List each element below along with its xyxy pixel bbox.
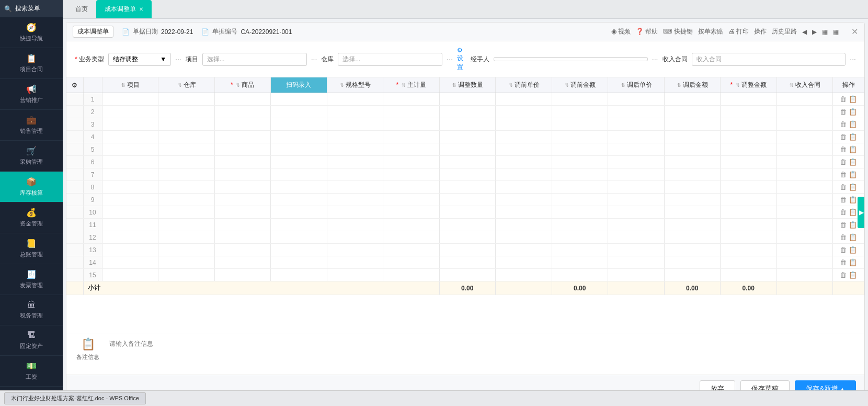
unit-cell[interactable] <box>383 219 440 231</box>
scan-cell[interactable] <box>271 143 327 156</box>
delete-icon[interactable]: 🗑 <box>840 208 847 216</box>
tab-cost-adjust[interactable]: 成本调整单 ✕ <box>96 0 152 18</box>
scan-cell[interactable] <box>271 244 327 256</box>
project-cell[interactable] <box>102 93 158 106</box>
goods-cell[interactable] <box>214 93 271 106</box>
new-price-cell[interactable] <box>608 256 665 269</box>
spec-cell[interactable] <box>327 269 383 281</box>
goods-cell[interactable] <box>214 244 271 256</box>
unit-cell[interactable] <box>383 244 440 256</box>
warehouse-cell[interactable] <box>158 156 215 168</box>
income-contract-cell[interactable] <box>776 206 833 219</box>
right-panel-toggle[interactable]: ▶ <box>858 197 865 228</box>
copy-icon[interactable]: 📋 <box>849 233 857 241</box>
taskbar-item[interactable]: 木门行业好业财处理方案-墓红红.doc - WPS Office <box>4 392 146 404</box>
adj-amount-cell[interactable] <box>721 231 777 244</box>
sidebar-item-sales-mgmt[interactable]: 💼销售管理 <box>0 110 63 141</box>
income-contract-cell[interactable] <box>776 168 833 181</box>
income-contract-more[interactable]: ··· <box>850 55 856 63</box>
warehouse-cell[interactable] <box>158 194 215 206</box>
prev-price-cell[interactable] <box>496 244 552 256</box>
notes-input[interactable] <box>107 337 856 356</box>
warehouse-cell[interactable] <box>158 244 215 256</box>
income-contract-cell[interactable] <box>776 231 833 244</box>
tab-cost-adjust-close[interactable]: ✕ <box>139 6 143 12</box>
new-price-cell[interactable] <box>608 219 665 231</box>
col-new-amount[interactable]: ⇅ 调后金额 <box>664 77 721 93</box>
adj-amount-cell[interactable] <box>721 156 777 168</box>
project-more[interactable]: ··· <box>311 55 317 63</box>
unit-cell[interactable] <box>383 156 440 168</box>
unit-cell[interactable] <box>383 118 440 131</box>
action-shortcut[interactable]: ⌨ 快捷键 <box>663 27 692 36</box>
goods-cell[interactable] <box>214 206 271 219</box>
prev-amount-cell[interactable] <box>552 181 608 194</box>
qty-cell[interactable] <box>439 206 496 219</box>
copy-icon[interactable]: 📋 <box>849 208 857 216</box>
delete-icon[interactable]: 🗑 <box>840 120 847 128</box>
project-cell[interactable] <box>102 168 158 181</box>
adj-amount-cell[interactable] <box>721 256 777 269</box>
action-history[interactable]: 历史里路 <box>772 27 797 36</box>
col-income-contract[interactable]: ⇅ 收入合同 <box>776 77 833 93</box>
project-cell[interactable] <box>102 143 158 156</box>
warehouse-cell[interactable] <box>158 181 215 194</box>
qty-cell[interactable] <box>439 269 496 281</box>
qty-cell[interactable] <box>439 118 496 131</box>
income-contract-cell[interactable] <box>776 256 833 269</box>
project-cell[interactable] <box>102 106 158 118</box>
goods-cell[interactable] <box>214 118 271 131</box>
unit-cell[interactable] <box>383 256 440 269</box>
goods-cell[interactable] <box>214 168 271 181</box>
spec-cell[interactable] <box>327 181 383 194</box>
new-price-cell[interactable] <box>608 106 665 118</box>
delete-icon[interactable]: 🗑 <box>840 158 847 166</box>
spec-cell[interactable] <box>327 106 383 118</box>
income-contract-cell[interactable] <box>776 131 833 143</box>
goods-cell[interactable] <box>214 106 271 118</box>
income-contract-cell[interactable] <box>776 244 833 256</box>
new-price-cell[interactable] <box>608 143 665 156</box>
new-amount-cell[interactable] <box>664 244 721 256</box>
col-warehouse[interactable]: ⇅ 仓库 <box>158 77 215 93</box>
action-ops[interactable]: 操作 <box>754 27 767 36</box>
goods-cell[interactable] <box>214 269 271 281</box>
prev-amount-cell[interactable] <box>552 244 608 256</box>
spec-cell[interactable] <box>327 168 383 181</box>
spec-cell[interactable] <box>327 219 383 231</box>
scan-cell[interactable] <box>271 206 327 219</box>
qty-cell[interactable] <box>439 219 496 231</box>
adj-amount-cell[interactable] <box>721 143 777 156</box>
income-contract-cell[interactable] <box>776 181 833 194</box>
sidebar-item-tax-mgmt[interactable]: 🏛税务管理 <box>0 295 63 325</box>
prev-price-cell[interactable] <box>496 194 552 206</box>
warehouse-cell[interactable] <box>158 93 215 106</box>
scan-cell[interactable] <box>271 156 327 168</box>
action-claim[interactable]: 按单索赔 <box>698 27 723 36</box>
spec-cell[interactable] <box>327 131 383 143</box>
spec-cell[interactable] <box>327 206 383 219</box>
qty-cell[interactable] <box>439 168 496 181</box>
new-price-cell[interactable] <box>608 231 665 244</box>
spec-cell[interactable] <box>327 143 383 156</box>
prev-price-cell[interactable] <box>496 219 552 231</box>
sidebar-search[interactable]: 🔍 搜索菜单 <box>0 0 63 17</box>
income-contract-cell[interactable] <box>776 106 833 118</box>
unit-cell[interactable] <box>383 93 440 106</box>
copy-icon[interactable]: 📋 <box>849 183 857 191</box>
income-contract-cell[interactable] <box>776 93 833 106</box>
adj-amount-cell[interactable] <box>721 131 777 143</box>
unit-cell[interactable] <box>383 269 440 281</box>
col-prev-price[interactable]: ⇅ 调前单价 <box>496 77 552 93</box>
copy-icon[interactable]: 📋 <box>849 158 857 166</box>
adj-amount-cell[interactable] <box>721 269 777 281</box>
scan-cell[interactable] <box>271 256 327 269</box>
warehouse-cell[interactable] <box>158 256 215 269</box>
adj-amount-cell[interactable] <box>721 168 777 181</box>
income-contract-cell[interactable] <box>776 194 833 206</box>
scan-cell[interactable] <box>271 118 327 131</box>
scan-cell[interactable] <box>271 168 327 181</box>
goods-cell[interactable] <box>214 256 271 269</box>
prev-price-cell[interactable] <box>496 143 552 156</box>
project-cell[interactable] <box>102 118 158 131</box>
